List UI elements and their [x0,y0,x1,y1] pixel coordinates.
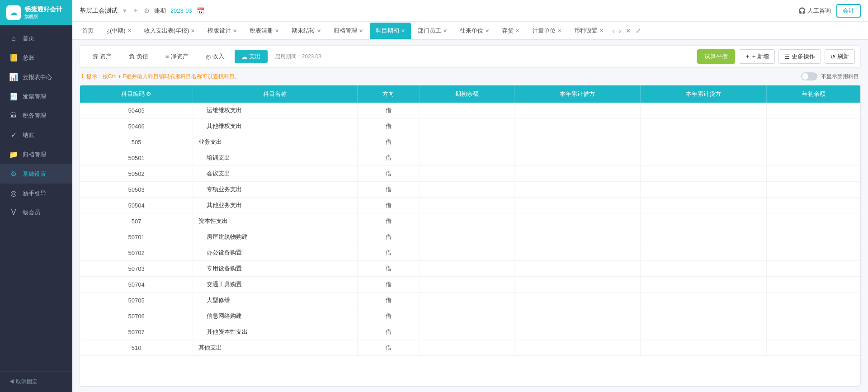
cell-name: 专用设备购置 [193,261,357,277]
cell-amount-3 [767,213,860,229]
table-row[interactable]: 50707其他资本性支出借 [80,324,860,340]
tab-expand-btn[interactable]: ⤢ [634,27,643,34]
table-row[interactable]: 50706信息网络购建借 [80,308,860,324]
filter-tab-income[interactable]: ◎收入 [199,50,231,63]
settings-icon[interactable]: ⚙ [144,7,150,15]
tab-department[interactable]: 部门员工✕ [412,23,453,39]
sidebar-item-report[interactable]: 📊云报表中心 [0,67,72,87]
tab-subject_init[interactable]: 科目期初✕ [370,23,411,39]
tab-inventory[interactable]: 存货✕ [496,23,525,39]
table-row[interactable]: 50703专用设备购置借 [80,261,860,277]
tab-close-inventory[interactable]: ✕ [515,28,519,34]
table-row[interactable]: 510其他支出借 [80,340,860,356]
table-row[interactable]: 507资本性支出借 [80,213,860,229]
tab-close-tax[interactable]: ✕ [275,28,279,34]
tab-next-btn[interactable]: › [617,27,623,34]
tab-tax[interactable]: 税表清册✕ [244,23,285,39]
table-row[interactable]: 50501培训支出借 [80,150,860,166]
sidebar-item-tax[interactable]: 🏛税务管理 [0,106,72,125]
sidebar-item-ledger[interactable]: 📒总账 [0,48,72,67]
filter-tab-expense[interactable]: ☁支出 [235,50,268,63]
sidebar-item-checkout[interactable]: ✓结账 [0,125,72,145]
ai-help-btn[interactable]: 🎧 人工咨询 [798,7,831,15]
table-row[interactable]: 50405运维维权支出借 [80,103,860,118]
tab-label-inventory: 存货 [502,27,514,35]
tab-income[interactable]: 收入支出表(年报)✕ [138,23,201,39]
table-row[interactable]: 50704交通工具购置借 [80,277,860,293]
tab-close-subject_init[interactable]: ✕ [401,28,405,34]
balance-button[interactable]: 试算平衡 [697,49,735,64]
sidebar-item-guide[interactable]: ◎新手引导 [0,184,72,203]
tab-close-income[interactable]: ✕ [191,28,195,34]
cell-name: 培训支出 [193,150,357,166]
tab-close-department[interactable]: ✕ [443,28,447,34]
sidebar-item-member[interactable]: V畅会员 [0,203,72,222]
table-row[interactable]: 50406其他维权支出借 [80,118,860,134]
project-name: 基层工会测试 [80,7,118,15]
refresh-button[interactable]: ↺ 刷新 [825,49,855,64]
cell-code: 50702 [80,245,193,261]
table-row[interactable]: 50705大型修缮借 [80,293,860,308]
cell-dir: 借 [357,293,420,308]
tab-partner[interactable]: 往来单位✕ [454,23,495,39]
account-button[interactable]: 会计 [836,4,861,18]
tab-close-all-btn[interactable]: ✕ [624,27,633,34]
cell-amount-1 [514,198,640,213]
more-button[interactable]: ☰ 更多操作 [778,49,821,64]
tab-close-period_end[interactable]: ✕ [317,28,321,34]
filter-tab-liability[interactable]: 负负债 [122,50,155,63]
filter-tab-asset[interactable]: 资资产 [85,50,118,63]
tab-close-archive[interactable]: ✕ [359,28,363,34]
calendar-icon[interactable]: 📅 [197,7,204,14]
sidebar-label-invoice: 发票管理 [23,93,46,101]
table-row[interactable]: 50502会议支出借 [80,166,860,182]
cell-dir: 借 [357,150,420,166]
filter-label-liability: 负债 [137,52,148,61]
toggle-disabled-subjects[interactable] [801,72,817,80]
cell-amount-0 [420,293,514,308]
table-row[interactable]: 50504其他业务支出借 [80,198,860,213]
cell-name: 其他支出 [193,340,357,356]
filter-label-income: 收入 [212,52,224,61]
tab-currency[interactable]: 币种设置✕ [568,23,609,39]
sidebar-item-settings[interactable]: ⚙基础设置 [0,164,72,184]
tab-prev-btn[interactable]: ‹ [610,27,616,34]
cell-amount-3 [767,293,860,308]
col-settings-icon[interactable]: ⚙ [146,90,151,97]
hint-text: ℹ 提示：按Ctrl + F键并输入科目编码或者科目名称可以查找科目。 [81,73,240,80]
cell-code: 50706 [80,308,193,324]
cell-amount-1 [514,293,640,308]
tab-period_end[interactable]: 期末结转✕ [286,23,327,39]
period-label: 账期 [154,7,166,15]
filter-label-asset: 资产 [100,52,112,61]
sidebar-item-home[interactable]: ⌂首页 [0,29,72,48]
tab-close-unit[interactable]: ✕ [557,28,561,34]
sidebar-label-checkout: 结账 [23,131,34,139]
sidebar-collapse-btn[interactable]: ◀ 取消固定 [0,371,72,392]
tab-close-template[interactable]: ✕ [233,28,237,34]
add-tab-icon[interactable]: ＋ [132,6,139,15]
tab-period[interactable]: ¿(中期)✕ [100,23,137,39]
tab-close-period[interactable]: ✕ [127,28,132,34]
filter-tab-net_asset[interactable]: ≡净资产 [159,50,195,63]
tab-template[interactable]: 模版设计✕ [202,23,243,39]
table-row[interactable]: 50702办公设备购置借 [80,245,860,261]
sidebar-item-archive[interactable]: 📁归档管理 [0,145,72,164]
app-sub: 旗舰版 [24,14,62,20]
project-dropdown-icon[interactable]: ▼ [122,8,127,14]
tab-unit[interactable]: 计量单位✕ [526,23,567,39]
table-row[interactable]: 50701房屋建筑物购建借 [80,229,860,245]
table-row[interactable]: 505业务支出借 [80,134,860,150]
tab-close-currency[interactable]: ✕ [599,28,604,34]
filter-icon-liability: 负 [129,52,135,61]
table-row[interactable]: 50503专项业务支出借 [80,182,860,198]
tab-label-unit: 计量单位 [532,27,556,35]
header-right: 🎧 人工咨询 会计 [798,4,861,18]
add-button[interactable]: ＋ + 新增 [739,49,775,64]
sidebar-item-invoice[interactable]: 🧾发票管理 [0,87,72,106]
cell-name: 其他资本性支出 [193,324,357,340]
tab-close-partner[interactable]: ✕ [485,28,489,34]
tab-archive[interactable]: 归档管理✕ [328,23,369,39]
cell-code: 505 [80,134,193,150]
tab-home[interactable]: 首页 [76,23,99,39]
